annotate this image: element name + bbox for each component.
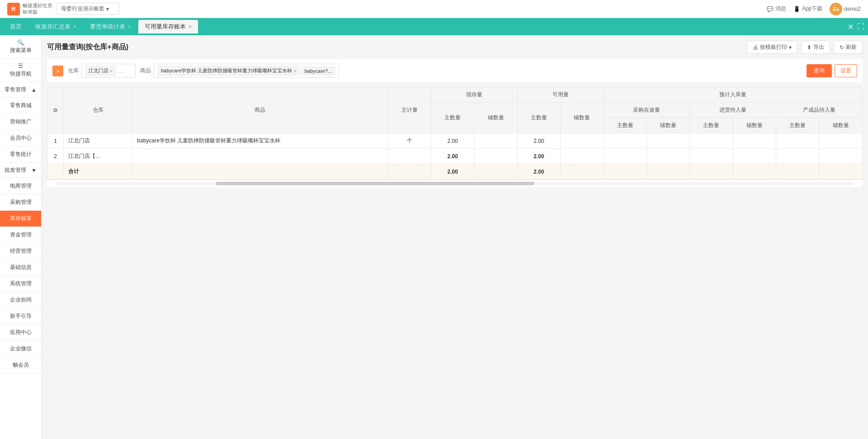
td-pend-main-2 <box>690 149 733 164</box>
th-available-aux-qty: 辅数量 <box>561 103 604 133</box>
th-pending-aux: 辅数量 <box>733 118 776 133</box>
sidebar: 🔍 搜索菜单 ☰ 快捷导航 零售管理 ▲ 零售商城 营销推广 会员中心 零售统计… <box>0 35 42 439</box>
th-current-aux-qty: 辅数量 <box>474 103 517 133</box>
logo-icon: 好 <box>7 3 20 15</box>
td-curr-aux-2 <box>474 149 517 164</box>
search-icon: 🔍 <box>17 39 24 46</box>
warehouse-ellipsis[interactable]: ... <box>118 68 122 74</box>
header-left: 好 畅捷通好生意 标准版 母婴行业演示账套 ▾ <box>7 3 119 15</box>
chevron-down-icon: ▼ <box>31 167 37 174</box>
th-available: 可用量 <box>517 87 604 103</box>
td-pur-aux-1 <box>646 133 689 149</box>
refresh-button[interactable]: ↻ 刷新 <box>834 41 863 54</box>
tab-home[interactable]: 首页 <box>4 20 28 33</box>
close-tab-icon[interactable]: ✕ <box>848 23 854 31</box>
sidebar-item-wholesale[interactable]: 批发管理 ▼ <box>0 163 41 178</box>
tab-available-stock[interactable]: 可用量库存账本 × <box>138 20 198 33</box>
th-current-stock: 现存量 <box>431 87 517 103</box>
th-purchase-in-transit: 采购在途量 <box>604 103 690 118</box>
app-download-button[interactable]: 📱 App下载 <box>793 5 822 13</box>
sidebar-item-ecommerce[interactable]: 电商管理 <box>0 178 41 194</box>
td-prod-aux-1 <box>819 133 863 149</box>
sidebar-item-member[interactable]: 畅会员 <box>0 357 41 373</box>
td-prod-main-2 <box>776 149 819 164</box>
sidebar-item-enterprise-wechat[interactable]: 企业微信 <box>0 341 41 357</box>
td-pur-main-2 <box>604 149 646 164</box>
td-no-1: 1 <box>47 133 64 149</box>
setting-button[interactable]: 设置 <box>835 64 857 77</box>
th-gear[interactable]: ⚙ <box>47 87 64 133</box>
filter-bar: » 仓库 江北门店 × ... 商品 <box>47 59 863 82</box>
warehouse-input[interactable]: 江北门店 × ... <box>81 64 136 78</box>
print-template-button[interactable]: 🖨 按模板打印 ▾ <box>747 41 797 54</box>
industry-selector[interactable]: 母婴行业演示账套 ▾ <box>56 3 119 15</box>
page-actions: 🖨 按模板打印 ▾ ⬆ 导出 ↻ 刷新 <box>747 41 863 54</box>
sidebar-item-new-guide[interactable]: 新手引导 <box>0 308 41 325</box>
product-input[interactable]: babycare学饮杯 儿童防摔防撞吸管杯重力球吸嘴杯宝宝水杯 × babyca… <box>154 64 339 78</box>
td-pur-main-1 <box>604 133 646 149</box>
product-tag-1[interactable]: babycare学饮杯 儿童防摔防撞吸管杯重力球吸嘴杯宝宝水杯 × <box>158 66 300 76</box>
tab-purchase-order[interactable]: 要货单统计表 × <box>84 20 137 33</box>
th-current-main-qty: 主数量 <box>431 103 474 133</box>
td-product-2 <box>132 149 388 164</box>
warehouse-tag-remove-icon[interactable]: × <box>110 68 113 74</box>
table-row: 1 江北门店 babycare学饮杯 儿童防摔防撞吸管杯重力球吸嘴杯宝宝水杯 个… <box>47 133 863 149</box>
product-tag-2[interactable]: babycare?... <box>302 67 335 75</box>
sidebar-item-enterprise[interactable]: 企业协同 <box>0 292 41 308</box>
tab-close-receipt-summary[interactable]: × <box>73 24 76 30</box>
td-total-gear <box>47 164 64 179</box>
sidebar-quick-nav[interactable]: ☰ 快捷导航 <box>0 59 41 82</box>
page-header: 可用量查询(按仓库+商品) 🖨 按模板打印 ▾ ⬆ 导出 ↻ 刷新 <box>47 41 863 54</box>
sidebar-item-inventory[interactable]: 库存核算 <box>0 211 41 227</box>
td-total-prod-main <box>776 164 819 179</box>
message-icon: 💬 <box>767 6 774 12</box>
sidebar-item-retail-mall[interactable]: 零售商城 <box>0 98 41 114</box>
th-planned-inbound: 预计入库量 <box>604 87 863 103</box>
product-filter: 商品 babycare学饮杯 儿童防摔防撞吸管杯重力球吸嘴杯宝宝水杯 × bab… <box>140 64 339 78</box>
sidebar-item-finance[interactable]: 资金管理 <box>0 227 41 243</box>
td-total-product <box>132 164 388 179</box>
main-layout: 🔍 搜索菜单 ☰ 快捷导航 零售管理 ▲ 零售商城 营销推广 会员中心 零售统计… <box>0 35 868 439</box>
user-menu[interactable]: Ea demo2 <box>830 3 861 15</box>
td-total-pur-main <box>604 164 646 179</box>
th-purchase-main: 主数量 <box>604 118 646 133</box>
chevron-down-icon: ▾ <box>789 44 792 51</box>
warehouse-tag-1[interactable]: 江北门店 × <box>85 66 116 76</box>
export-button[interactable]: ⬆ 导出 <box>801 41 830 54</box>
query-button[interactable]: 查询 <box>807 64 832 77</box>
table-container: ⚙ 仓库 商品 主计量 现存量 可用量 预计入库量 主数量 辅数量 主数量 <box>47 87 863 187</box>
sidebar-item-app-center[interactable]: 应用中心 <box>0 325 41 341</box>
tab-close-purchase-order[interactable]: × <box>128 24 131 30</box>
sidebar-item-retail[interactable]: 零售管理 ▲ <box>0 82 41 98</box>
sidebar-item-marketing[interactable]: 营销推广 <box>0 114 41 130</box>
tab-close-available-stock[interactable]: × <box>189 24 192 30</box>
td-warehouse-1: 江北门店 <box>64 133 132 149</box>
warehouse-label: 仓库 <box>68 67 79 75</box>
sidebar-item-retail-stats[interactable]: 零售统计 <box>0 146 41 163</box>
td-total-avail-main: 2.00 <box>517 164 560 179</box>
sidebar-search[interactable]: 🔍 搜索菜单 <box>0 35 41 59</box>
sidebar-item-purchase[interactable]: 采购管理 <box>0 194 41 211</box>
sidebar-item-basic[interactable]: 基础信息 <box>0 260 41 276</box>
sidebar-item-system[interactable]: 系统管理 <box>0 276 41 292</box>
scrollbar-thumb[interactable] <box>216 182 535 185</box>
sidebar-item-operations[interactable]: 经营管理 <box>0 243 41 260</box>
td-curr-aux-1 <box>474 133 517 149</box>
th-pending-product-inbound: 产成品待入量 <box>776 103 863 118</box>
content-area: 可用量查询(按仓库+商品) 🖨 按模板打印 ▾ ⬆ 导出 ↻ 刷新 <box>42 35 868 439</box>
table-footer <box>47 179 863 185</box>
product-tag-1-remove-icon[interactable]: × <box>293 68 296 74</box>
print-icon: 🖨 <box>753 44 758 51</box>
export-icon: ⬆ <box>807 44 811 51</box>
filter-expand-button[interactable]: » <box>52 66 63 76</box>
tab-receipt-summary[interactable]: 收发存汇总表 × <box>29 20 83 33</box>
message-button[interactable]: 💬 消息 <box>767 5 786 13</box>
th-product-aux: 辅数量 <box>819 118 863 133</box>
td-unit-2 <box>388 149 431 164</box>
horizontal-scrollbar[interactable] <box>56 182 854 185</box>
nav-icon: ☰ <box>18 63 23 69</box>
sidebar-item-member-center[interactable]: 会员中心 <box>0 130 41 146</box>
th-available-main-qty: 主数量 <box>517 103 560 133</box>
td-avail-aux-1 <box>561 133 604 149</box>
maximize-icon[interactable]: ⛶ <box>857 23 864 31</box>
